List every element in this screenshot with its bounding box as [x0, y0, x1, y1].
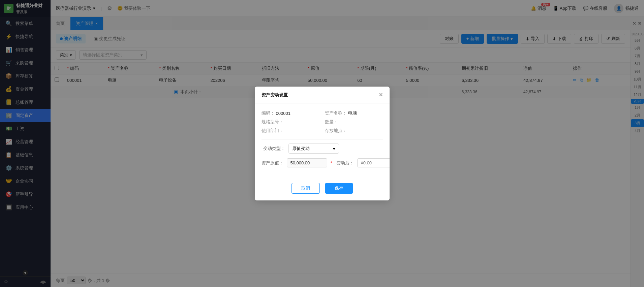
- change-type-select[interactable]: 原值变动 ▾: [288, 144, 339, 154]
- original-value-label: 资产原值：: [262, 160, 283, 166]
- cancel-button[interactable]: 取消: [292, 183, 320, 194]
- change-type-label: 变动类型：: [262, 146, 285, 152]
- dept-label: 使用部门：: [262, 128, 283, 134]
- info-code-row: 编码： 000001: [262, 110, 319, 116]
- modal-info-grid: 编码： 000001 资产名称： 电脑 规格型号： 数量： 使用部门：: [262, 110, 383, 134]
- original-value-row: 资产原值： 50,000.00 * 变动后：: [262, 158, 383, 167]
- change-type-value: 原值变动: [292, 146, 310, 152]
- asset-change-modal: 资产变动设置 × 编码： 000001 资产名称： 电脑 规格型号： 数量：: [255, 87, 390, 200]
- asset-name-label: 资产名称：: [325, 110, 347, 116]
- save-button[interactable]: 保存: [325, 183, 353, 194]
- after-change-input[interactable]: [357, 158, 390, 167]
- change-type-row: 变动类型： 原值变动 ▾: [262, 144, 383, 154]
- after-change-label: 变动后：: [336, 160, 354, 166]
- info-quantity-row: 数量：: [325, 119, 383, 125]
- info-name-row: 资产名称： 电脑: [325, 110, 383, 116]
- code-value: 000001: [276, 111, 290, 116]
- model-label: 规格型号：: [262, 119, 283, 125]
- original-value-display: 50,000.00: [287, 158, 327, 167]
- change-type-dropdown-icon: ▾: [333, 146, 335, 151]
- asset-name-value: 电脑: [348, 110, 357, 116]
- modal-title: 资产变动设置: [262, 92, 288, 98]
- info-model-row: 规格型号：: [262, 119, 319, 125]
- code-label: 编码：: [262, 110, 275, 116]
- required-star: *: [331, 160, 332, 165]
- modal-overlay[interactable]: 资产变动设置 × 编码： 000001 资产名称： 电脑 规格型号： 数量：: [0, 0, 644, 287]
- modal-divider: [262, 139, 383, 139]
- modal-footer: 取消 保存: [255, 179, 390, 200]
- location-label: 存放地点：: [325, 128, 347, 134]
- info-dept-row: 使用部门：: [262, 128, 319, 134]
- modal-header: 资产变动设置 ×: [255, 87, 390, 103]
- quantity-label: 数量：: [325, 119, 338, 125]
- modal-close-icon[interactable]: ×: [379, 91, 383, 98]
- modal-body: 编码： 000001 资产名称： 电脑 规格型号： 数量： 使用部门：: [255, 103, 390, 179]
- info-location-row: 存放地点：: [325, 128, 383, 134]
